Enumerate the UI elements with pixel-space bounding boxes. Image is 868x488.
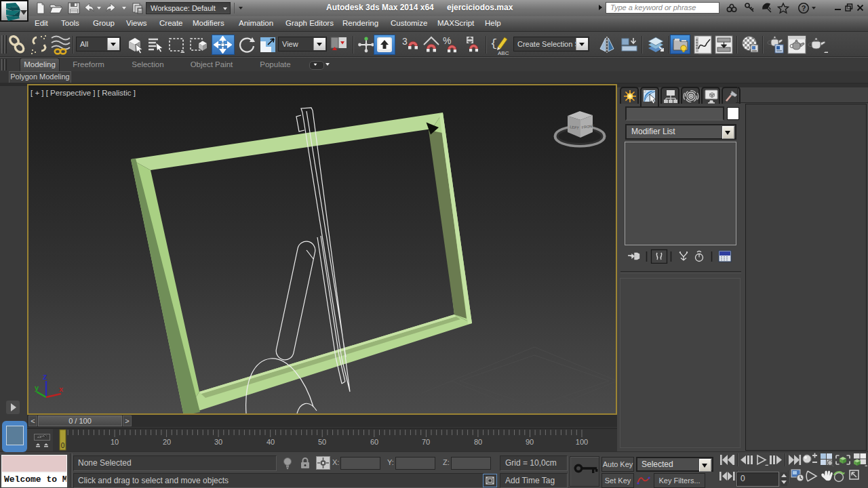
svg-text:60: 60 xyxy=(370,438,378,446)
svg-text:x: x xyxy=(59,385,64,393)
svg-text:y: y xyxy=(35,384,39,392)
svg-text:80: 80 xyxy=(474,438,482,446)
svg-text:{: { xyxy=(490,37,497,50)
svg-text:40: 40 xyxy=(267,438,275,446)
svg-text:50: 50 xyxy=(318,438,326,446)
svg-text:?: ? xyxy=(802,4,806,12)
svg-text:%: % xyxy=(443,35,451,46)
svg-text:30: 30 xyxy=(214,438,222,446)
svg-text:90: 90 xyxy=(526,438,534,446)
svg-text:0: 0 xyxy=(61,442,65,449)
svg-text:3: 3 xyxy=(402,36,408,47)
svg-text:z: z xyxy=(43,371,47,382)
svg-text:20: 20 xyxy=(163,438,171,446)
svg-text:100: 100 xyxy=(576,438,588,446)
svg-text:10: 10 xyxy=(111,438,119,446)
svg-text:ABC: ABC xyxy=(498,50,509,56)
svg-text:70: 70 xyxy=(422,438,430,446)
